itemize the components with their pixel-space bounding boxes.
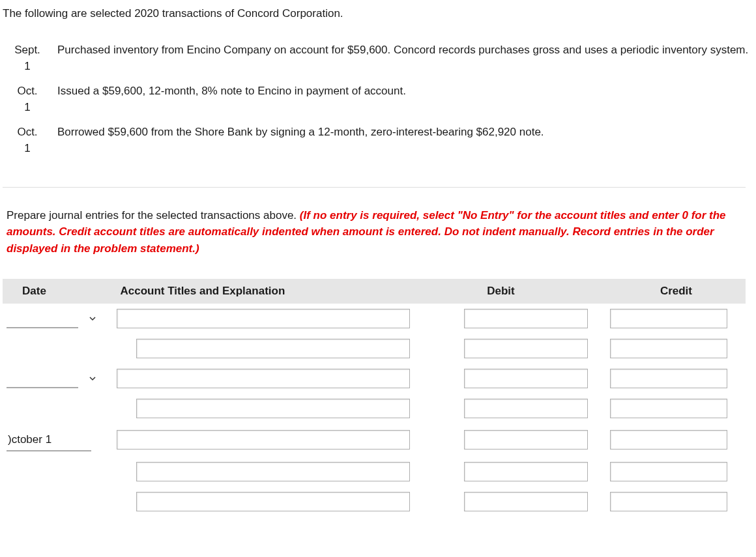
- debit-input[interactable]: [464, 339, 588, 358]
- intro-text: The following are selected 2020 transact…: [3, 5, 746, 22]
- header-debit: Debit: [461, 279, 607, 304]
- debit-input[interactable]: [464, 462, 588, 481]
- account-title-input[interactable]: [136, 399, 410, 418]
- table-row: [3, 487, 746, 517]
- table-row: [3, 304, 746, 334]
- trans-desc-2: Borrowed $59,600 from the Shore Bank by …: [48, 120, 749, 161]
- instructions: Prepare journal entries for the selected…: [3, 188, 746, 270]
- account-title-input[interactable]: [136, 492, 410, 511]
- trans-date-1: Oct.1: [7, 79, 48, 120]
- date-static: )ctober 1: [7, 429, 91, 452]
- table-row: [3, 393, 746, 423]
- credit-input[interactable]: [610, 430, 727, 450]
- chevron-down-icon[interactable]: [86, 372, 99, 385]
- trans-date-0: Sept.1: [7, 38, 48, 79]
- trans-desc-1: Issued a $59,600, 12-month, 8% note to E…: [48, 79, 749, 120]
- header-credit: Credit: [607, 279, 746, 304]
- debit-input[interactable]: [464, 309, 588, 328]
- date-select[interactable]: [7, 309, 78, 328]
- chevron-down-icon[interactable]: [86, 312, 99, 325]
- debit-input[interactable]: [464, 399, 588, 418]
- account-title-input[interactable]: [117, 430, 410, 450]
- credit-input[interactable]: [610, 462, 727, 481]
- account-title-input[interactable]: [117, 369, 410, 388]
- debit-input[interactable]: [464, 369, 588, 388]
- instr-black: Prepare journal entries for the selected…: [7, 209, 300, 221]
- credit-input[interactable]: [610, 339, 727, 358]
- header-acct: Account Titles and Explanation: [113, 279, 461, 304]
- header-date: Date: [3, 279, 113, 304]
- account-title-input[interactable]: [117, 309, 410, 328]
- transactions-list: Sept.1 Purchased inventory from Encino C…: [7, 38, 749, 161]
- trans-desc-0: Purchased inventory from Encino Company …: [48, 38, 749, 79]
- table-row: )ctober 1: [3, 423, 746, 457]
- trans-date-2: Oct.1: [7, 120, 48, 161]
- journal-entry-table: Date Account Titles and Explanation Debi…: [3, 279, 746, 517]
- table-row: [3, 364, 746, 393]
- account-title-input[interactable]: [136, 462, 410, 481]
- date-select[interactable]: [7, 369, 78, 388]
- credit-input[interactable]: [610, 309, 727, 328]
- credit-input[interactable]: [610, 399, 727, 418]
- table-row: [3, 457, 746, 487]
- credit-input[interactable]: [610, 369, 727, 388]
- debit-input[interactable]: [464, 430, 588, 450]
- account-title-input[interactable]: [136, 339, 410, 358]
- table-row: [3, 334, 746, 364]
- debit-input[interactable]: [464, 492, 588, 511]
- credit-input[interactable]: [610, 492, 727, 511]
